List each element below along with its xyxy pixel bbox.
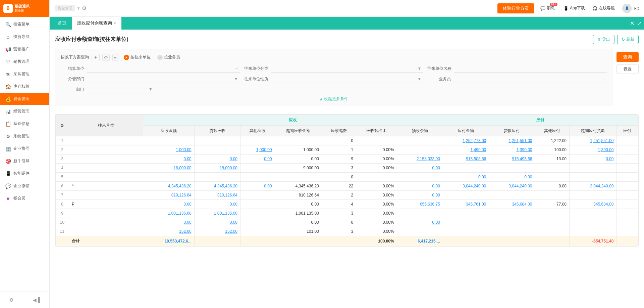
sidebar-item-operations[interactable]: 📊 经营管理 — [0, 105, 49, 118]
tab-home[interactable]: 首页 — [52, 17, 72, 30]
td-ar-loan[interactable] — [194, 173, 240, 182]
td-ar-prepaid[interactable]: 0.00 — [397, 191, 443, 200]
settlement-unit-input[interactable]: ··· — [87, 65, 240, 73]
td-ap-amount[interactable]: 915,508.56 — [443, 155, 489, 164]
td-ar-prepaid[interactable] — [397, 209, 443, 218]
sidebar-item-newbie[interactable]: 🎯 新手引导 — [0, 155, 49, 167]
td-ap-amount[interactable]: 1,490.00 — [443, 145, 489, 155]
td-ar-loan[interactable]: 0.00 — [194, 218, 240, 227]
app-download-btn[interactable]: 📱 App下载 — [564, 5, 585, 11]
sidebar-item-basic-info[interactable]: 📋 基础信息 — [0, 118, 49, 130]
td-ar-loan[interactable]: 0.00 — [194, 200, 240, 209]
td-ar-amount[interactable]: 1,000.00 — [143, 145, 194, 155]
td-ap-overdue[interactable] — [570, 218, 616, 227]
td-ap-loan[interactable] — [489, 218, 535, 227]
td-ar-amount[interactable]: 810,126.64 — [143, 191, 194, 200]
td-ap-overdue[interactable] — [570, 191, 616, 200]
td-ar-loan[interactable]: 152.00 — [194, 227, 240, 236]
td-ap-amount[interactable]: 3,044,240.00 — [443, 182, 489, 191]
td-ar-other[interactable]: 1,000.00 — [240, 145, 275, 155]
td-ap-overdue[interactable] — [570, 209, 616, 218]
td-ar-prepaid[interactable]: 0.00 — [397, 182, 443, 191]
td-ap-loan[interactable]: 0.00 — [489, 173, 535, 182]
td-ap-loan[interactable] — [489, 227, 535, 236]
sidebar-collapse-btn[interactable]: ◀▐ — [31, 295, 42, 305]
td-ap-amount[interactable] — [443, 209, 489, 218]
td-ap-loan[interactable]: 3,044,240.00 — [489, 182, 535, 191]
counterpart-name-input[interactable] — [454, 65, 607, 73]
gear-icon-topbar[interactable]: ⚙ — [82, 5, 87, 11]
td-ar-other[interactable] — [240, 136, 275, 145]
td-ap-amount[interactable] — [443, 164, 489, 173]
td-ar-prepaid[interactable]: 2,153,333.00 — [397, 155, 443, 164]
td-ar-amount[interactable]: 152.00 — [143, 227, 194, 236]
td-ar-amount[interactable]: 0.00 — [143, 218, 194, 227]
td-ar-other[interactable] — [240, 209, 275, 218]
td-ar-other[interactable]: 0.00 — [240, 182, 275, 191]
td-ar-other[interactable]: 0.00 — [240, 155, 275, 164]
online-service-btn[interactable]: 🎧 在线客服 — [592, 5, 615, 11]
td-ap-loan[interactable] — [489, 191, 535, 200]
td-ap-overdue[interactable]: 0.00 — [570, 155, 616, 164]
th-settings[interactable]: ⚙ — [56, 115, 69, 136]
sidebar-item-smart-hardware[interactable]: 📱 智能硬件 — [0, 167, 49, 180]
scheme-salesperson[interactable]: ○ 按业务员 — [155, 53, 183, 61]
td-ap-amount[interactable] — [443, 227, 489, 236]
td-ap-overdue[interactable]: 3,044,240.00 — [570, 182, 616, 191]
td-ap-amount[interactable] — [443, 191, 489, 200]
add-filter-btn[interactable]: ＋ — [92, 54, 100, 61]
td-ap-amount[interactable]: 1,252,773.00 — [443, 136, 489, 145]
td-ap-amount[interactable]: 345,761.00 — [443, 200, 489, 209]
td-ap-overdue[interactable] — [570, 173, 616, 182]
td-ar-prepaid[interactable]: 0.00 — [397, 218, 443, 227]
sidebar-item-sales[interactable]: ♡ 销售管理 — [0, 55, 49, 68]
sidebar-item-marketing[interactable]: 📢 营销推广 — [0, 43, 49, 55]
tab-ar-ap-query[interactable]: 应收应付余额查询 ✕ — [72, 17, 121, 30]
query-button[interactable]: 查询 — [616, 52, 639, 62]
counterpart-category-select[interactable]: ▼ — [271, 65, 424, 73]
td-ar-loan[interactable]: 810,126.64 — [194, 191, 240, 200]
td-ap-loan[interactable]: 915,495.56 — [489, 155, 535, 164]
explore-btn[interactable]: 体验行业方案 — [497, 3, 534, 13]
sidebar-item-inventory[interactable]: 🏠 库存核算 — [0, 80, 49, 93]
td-ap-overdue[interactable]: 1,251,551.00 — [570, 136, 616, 145]
td-ar-loan[interactable]: 4,345,436.20 — [194, 182, 240, 191]
filter-collapse-btn[interactable]: « — [112, 54, 118, 61]
sidebar-item-system[interactable]: ⚙ 系统管理 — [0, 130, 49, 142]
td-ap-loan[interactable]: 1,390.00 — [489, 145, 535, 155]
sidebar-item-purchase[interactable]: 🛍 采购管理 — [0, 68, 49, 80]
td-ap-overdue[interactable]: 1,390.00 — [570, 145, 616, 155]
dept-select[interactable]: ▼ — [87, 86, 155, 93]
td-ar-prepaid[interactable] — [397, 173, 443, 182]
td-ar-amount[interactable]: 1,001,135.00 — [143, 209, 194, 218]
setting-button[interactable]: 设置 — [616, 64, 639, 74]
td-ap-amount[interactable]: 0.00 — [443, 173, 489, 182]
sidebar-item-search[interactable]: 🔍 搜索菜单 — [0, 18, 49, 31]
td-ap-overdue[interactable] — [570, 227, 616, 236]
sidebar-item-enterprise[interactable]: 🏢 企业协同 — [0, 142, 49, 155]
td-ar-prepaid[interactable]: 0.00 — [397, 164, 443, 173]
td-ap-overdue[interactable]: 345,684.00 — [570, 200, 616, 209]
td-ap-overdue[interactable] — [570, 164, 616, 173]
td-ap-loan[interactable] — [489, 164, 535, 173]
td-ap-loan[interactable]: 1,251,551.00 — [489, 136, 535, 145]
td-ar-prepaid[interactable] — [397, 136, 443, 145]
scheme-counterpart[interactable]: ● 按往来单位 — [121, 53, 153, 61]
counterpart-nature-select[interactable]: ▼ — [271, 75, 424, 83]
td-ar-prepaid[interactable] — [397, 227, 443, 236]
sidebar-item-finance[interactable]: 💰 资金管理 — [0, 93, 49, 105]
td-ar-other[interactable] — [240, 173, 275, 182]
td-ar-other[interactable] — [240, 218, 275, 227]
user-info[interactable]: 👤 Rit — [622, 4, 639, 13]
td-ap-loan[interactable] — [489, 209, 535, 218]
dept-manager-select[interactable]: ▼ — [87, 75, 240, 83]
filter-settings-btn[interactable]: ⊙ — [102, 54, 110, 61]
refresh-button[interactable]: ↻ 刷新 — [617, 35, 639, 44]
td-ar-loan[interactable]: 0.00 — [194, 155, 240, 164]
td-ar-amount[interactable]: 4,345,436.20 — [143, 182, 194, 191]
td-ar-loan[interactable] — [194, 145, 240, 155]
td-ar-amount[interactable]: 18,000.00 — [143, 164, 194, 173]
td-ar-other[interactable] — [240, 200, 275, 209]
td-ar-amount[interactable] — [143, 173, 194, 182]
sidebar-settings-btn[interactable]: ⚙ — [7, 295, 16, 305]
